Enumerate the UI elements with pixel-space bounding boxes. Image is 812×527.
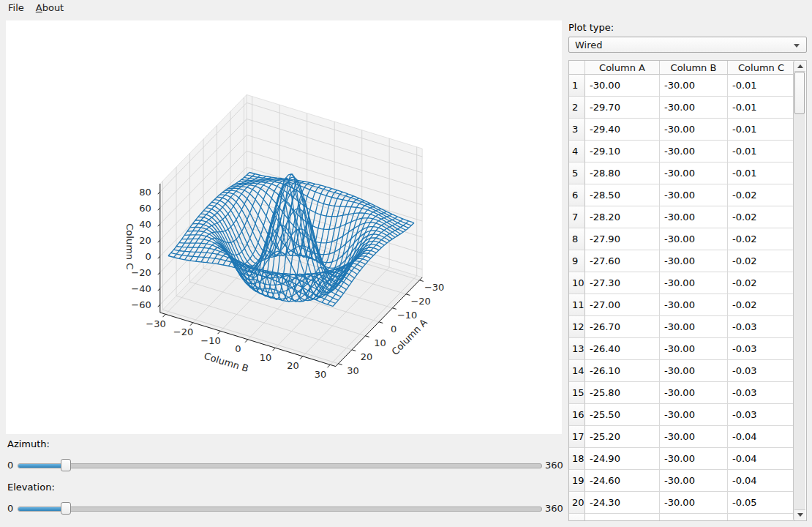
menu-item-file[interactable]: File <box>2 1 30 15</box>
table-cell[interactable]: -0.02 <box>728 228 795 250</box>
table-cell[interactable]: -0.01 <box>728 97 795 119</box>
table-cell[interactable]: -0.02 <box>728 250 795 272</box>
table-cell[interactable]: -0.01 <box>728 141 795 162</box>
table-row[interactable] <box>569 514 806 521</box>
table-cell[interactable]: -30.00 <box>660 426 728 448</box>
row-number-cell[interactable]: 11 <box>569 294 585 316</box>
table-row[interactable]: 16-25.50-30.00-0.03 <box>569 404 806 426</box>
table-cell[interactable]: -0.02 <box>728 206 795 228</box>
row-number-cell[interactable]: 5 <box>569 162 585 184</box>
table-cell[interactable]: -30.00 <box>660 272 728 294</box>
row-number-cell[interactable]: 1 <box>569 75 585 97</box>
table-cell[interactable]: -25.80 <box>585 382 660 404</box>
table-cell[interactable]: -25.20 <box>585 426 660 448</box>
table-row[interactable]: 10-27.30-30.00-0.02 <box>569 272 806 294</box>
column-header[interactable]: Column B <box>660 61 728 75</box>
table-cell[interactable]: -29.40 <box>585 119 660 141</box>
table-cell[interactable]: -24.90 <box>585 448 660 470</box>
row-number-cell[interactable]: 20 <box>569 492 585 514</box>
row-number-cell[interactable]: 9 <box>569 250 585 272</box>
table-cell[interactable]: -30.00 <box>660 97 728 119</box>
table-cell[interactable]: -28.50 <box>585 184 660 206</box>
table-row[interactable]: 4-29.10-30.00-0.01 <box>569 141 806 162</box>
row-number-cell[interactable]: 12 <box>569 316 585 338</box>
table-cell[interactable]: -30.00 <box>585 75 660 97</box>
table-cell[interactable]: -28.80 <box>585 162 660 184</box>
table-row[interactable]: 7-28.20-30.00-0.02 <box>569 206 806 228</box>
table-cell[interactable]: -0.01 <box>728 75 795 97</box>
row-number-cell[interactable]: 2 <box>569 97 585 119</box>
table-cell[interactable]: -27.60 <box>585 250 660 272</box>
table-cell[interactable]: -26.70 <box>585 316 660 338</box>
table-cell[interactable]: -30.00 <box>660 206 728 228</box>
table-cell[interactable]: -24.30 <box>585 492 660 514</box>
table-cell[interactable]: -24.60 <box>585 470 660 492</box>
table-row[interactable]: 8-27.90-30.00-0.02 <box>569 228 806 250</box>
table-cell[interactable]: -27.30 <box>585 272 660 294</box>
vertical-scrollbar[interactable] <box>793 61 805 520</box>
row-number-cell[interactable]: 14 <box>569 360 585 382</box>
table-row[interactable]: 17-25.20-30.00-0.04 <box>569 426 806 448</box>
table-cell[interactable]: -0.03 <box>728 404 795 426</box>
table-row[interactable]: 12-26.70-30.00-0.03 <box>569 316 806 338</box>
table-cell[interactable]: -0.02 <box>728 184 795 206</box>
table-cell[interactable]: -0.03 <box>728 316 795 338</box>
table-cell[interactable]: -0.03 <box>728 360 795 382</box>
table-cell[interactable]: -0.05 <box>728 492 795 514</box>
row-number-cell[interactable]: 19 <box>569 470 585 492</box>
table-cell[interactable]: -0.03 <box>728 382 795 404</box>
azimuth-slider-track[interactable] <box>18 463 542 468</box>
table-cell[interactable]: -30.00 <box>660 360 728 382</box>
row-number-cell[interactable]: 8 <box>569 228 585 250</box>
table-cell[interactable]: -30.00 <box>660 338 728 360</box>
table-cell[interactable]: -30.00 <box>660 294 728 316</box>
table-cell[interactable] <box>585 514 660 521</box>
table-row[interactable]: 18-24.90-30.00-0.04 <box>569 448 806 470</box>
table-row[interactable]: 9-27.60-30.00-0.02 <box>569 250 806 272</box>
azimuth-slider[interactable] <box>18 459 542 472</box>
row-number-cell[interactable]: 17 <box>569 426 585 448</box>
table-row[interactable]: 20-24.30-30.00-0.05 <box>569 492 806 514</box>
table-cell[interactable]: -29.70 <box>585 97 660 119</box>
wireframe-3d-plot[interactable]: −30−20−100102030−30−20−10010203080604020… <box>6 20 562 434</box>
table-cell[interactable]: -0.04 <box>728 470 795 492</box>
table-cell[interactable]: -30.00 <box>660 119 728 141</box>
table-row[interactable]: 14-26.10-30.00-0.03 <box>569 360 806 382</box>
row-number-cell[interactable]: 13 <box>569 338 585 360</box>
column-header[interactable]: Column C <box>728 61 795 75</box>
table-row[interactable]: 5-28.80-30.00-0.01 <box>569 162 806 184</box>
table-cell[interactable]: -0.04 <box>728 448 795 470</box>
table-cell[interactable]: -0.01 <box>728 162 795 184</box>
table-cell[interactable]: -0.02 <box>728 294 795 316</box>
table-row[interactable]: 11-27.00-30.00-0.02 <box>569 294 806 316</box>
elevation-slider-track[interactable] <box>18 507 542 512</box>
row-number-cell[interactable]: 4 <box>569 141 585 162</box>
row-number-cell[interactable] <box>569 514 585 521</box>
menu-item-about[interactable]: About <box>30 1 69 15</box>
table-row[interactable]: 3-29.40-30.00-0.01 <box>569 119 806 141</box>
scroll-down-button[interactable] <box>794 509 805 520</box>
scroll-up-button[interactable] <box>794 61 805 72</box>
table-cell[interactable]: -30.00 <box>660 75 728 97</box>
row-number-cell[interactable]: 7 <box>569 206 585 228</box>
table-cell[interactable]: -0.04 <box>728 426 795 448</box>
table-cell[interactable]: -25.50 <box>585 404 660 426</box>
table-cell[interactable]: -30.00 <box>660 250 728 272</box>
table-cell[interactable]: -30.00 <box>660 228 728 250</box>
row-number-cell[interactable]: 6 <box>569 184 585 206</box>
plot-canvas[interactable]: −30−20−100102030−30−20−10010203080604020… <box>6 20 562 434</box>
table-cell[interactable]: -0.01 <box>728 119 795 141</box>
table-cell[interactable]: -30.00 <box>660 448 728 470</box>
table-cell[interactable]: -30.00 <box>660 184 728 206</box>
table-cell[interactable]: -30.00 <box>660 162 728 184</box>
table-cell[interactable]: -0.03 <box>728 338 795 360</box>
row-number-cell[interactable]: 15 <box>569 382 585 404</box>
table-row[interactable]: 6-28.50-30.00-0.02 <box>569 184 806 206</box>
table-cell[interactable]: -0.02 <box>728 272 795 294</box>
table-cell[interactable]: -30.00 <box>660 404 728 426</box>
table-cell[interactable]: -28.20 <box>585 206 660 228</box>
table-row[interactable]: 2-29.70-30.00-0.01 <box>569 97 806 119</box>
azimuth-slider-handle[interactable] <box>61 459 71 471</box>
row-number-cell[interactable]: 16 <box>569 404 585 426</box>
table-cell[interactable]: -27.00 <box>585 294 660 316</box>
